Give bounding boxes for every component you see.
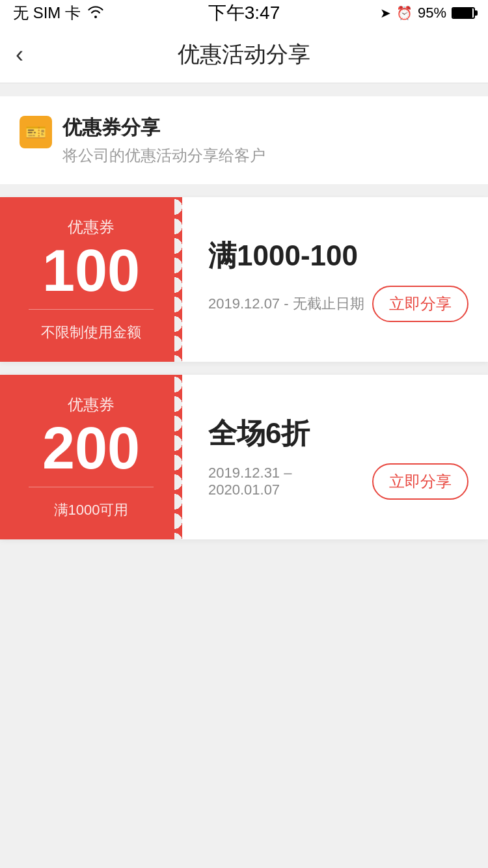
coupon-name-1: 满1000-100 [208, 237, 468, 275]
coupon-amount-1: 100 [42, 241, 140, 300]
coupon-list: 优惠券 100 不限制使用金额 满1000-100 2019.12.07 - 无… [0, 197, 488, 539]
section-header: 🎫 优惠券分享 将公司的优惠活动分享给客户 [0, 96, 488, 184]
coupon-condition-1: 不限制使用金额 [41, 323, 141, 342]
coupon-emoji-icon: 🎫 [25, 122, 46, 142]
battery-percent: 95% [418, 5, 446, 21]
coupon-right-1: 满1000-100 2019.12.07 - 无截止日期 立即分享 [182, 197, 488, 362]
coupon-left-2: 优惠券 200 满1000可用 [0, 375, 182, 539]
coupon-divider-2 [29, 487, 154, 487]
section-icon: 🎫 [20, 116, 52, 148]
coupon-right-2: 全场6折 2019.12.31 – 2020.01.07 立即分享 [182, 375, 488, 539]
empty-area [0, 539, 488, 868]
coupon-date-2: 2019.12.31 – 2020.01.07 [208, 465, 366, 498]
section-title: 优惠券分享 [62, 115, 265, 141]
share-button-2[interactable]: 立即分享 [372, 463, 468, 500]
status-time: 下午3:47 [208, 1, 280, 25]
battery-icon [452, 7, 475, 19]
coupon-meta-1: 2019.12.07 - 无截止日期 立即分享 [208, 286, 468, 322]
wifi-icon [87, 4, 104, 22]
coupon-divider-1 [29, 309, 154, 310]
nav-bar: ‹ 优惠活动分享 [0, 26, 488, 83]
section-subtitle: 将公司的优惠活动分享给客户 [62, 145, 265, 166]
status-bar: 无 SIM 卡 下午3:47 ➤ ⏰ 95% [0, 0, 488, 26]
share-button-1[interactable]: 立即分享 [372, 286, 468, 322]
coupon-condition-2: 满1000可用 [54, 500, 129, 520]
coupon-type-1: 优惠券 [68, 217, 115, 237]
status-left: 无 SIM 卡 [13, 3, 104, 23]
coupon-amount-2: 200 [42, 419, 140, 478]
coupon-type-2: 优惠券 [68, 394, 115, 415]
coupon-card-1: 优惠券 100 不限制使用金额 满1000-100 2019.12.07 - 无… [0, 197, 488, 362]
carrier-label: 无 SIM 卡 [13, 3, 81, 23]
back-button[interactable]: ‹ [16, 41, 23, 68]
coupon-name-2: 全场6折 [208, 414, 468, 453]
location-icon: ➤ [380, 5, 391, 21]
coupon-left-1: 优惠券 100 不限制使用金额 [0, 197, 182, 362]
alarm-icon: ⏰ [396, 5, 413, 21]
coupon-date-1: 2019.12.07 - 无截止日期 [208, 294, 364, 314]
status-right: ➤ ⏰ 95% [380, 5, 475, 21]
coupon-card-2: 优惠券 200 满1000可用 全场6折 2019.12.31 – 2020.0… [0, 375, 488, 539]
content-area: 🎫 优惠券分享 将公司的优惠活动分享给客户 优惠券 100 不限制使用金额 满1… [0, 83, 488, 868]
page-title: 优惠活动分享 [178, 40, 310, 70]
coupon-meta-2: 2019.12.31 – 2020.01.07 立即分享 [208, 463, 468, 500]
section-text: 优惠券分享 将公司的优惠活动分享给客户 [62, 115, 265, 166]
